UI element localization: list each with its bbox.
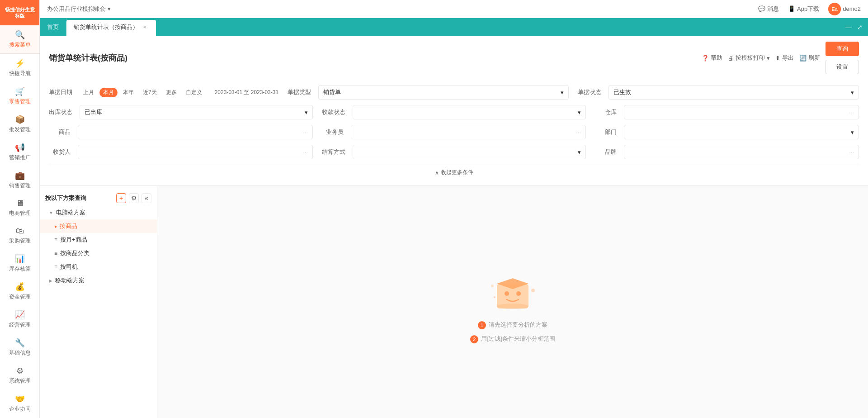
doc-status-label: 单据状态 bbox=[578, 88, 605, 96]
dept-select[interactable]: ▾ bbox=[624, 125, 859, 139]
date-pill-more[interactable]: 更多 bbox=[162, 88, 180, 97]
print-dropdown-icon: ▾ bbox=[767, 55, 770, 62]
sidebar-item-sales[interactable]: 💼 销售管理 bbox=[0, 166, 40, 194]
export-btn[interactable]: ⬆ 导出 bbox=[775, 54, 794, 62]
svg-point-6 bbox=[531, 289, 535, 292]
filter-row-4: 收货人 ··· 结算方式 ▾ 品牌 bbox=[49, 145, 859, 159]
out-status-select[interactable]: 已出库 ▾ bbox=[80, 105, 313, 119]
date-pill-last-month[interactable]: 上月 bbox=[80, 88, 98, 97]
salesperson-select[interactable]: ··· bbox=[351, 125, 586, 139]
doc-type-dropdown-icon: ▾ bbox=[561, 89, 564, 96]
sidebar-logo: 畅捷信好生意 标版 bbox=[0, 0, 40, 25]
svg-point-5 bbox=[491, 285, 494, 287]
sidebar-sales-label: 销售管理 bbox=[9, 182, 31, 190]
dropdown-icon: ▾ bbox=[108, 5, 111, 12]
tab-maximize-btn[interactable]: ⤢ bbox=[855, 22, 864, 33]
salesperson-more-icon: ··· bbox=[576, 129, 581, 136]
doc-type-select[interactable]: 销货单 ▾ bbox=[318, 85, 569, 100]
doc-status-select[interactable]: 已生效 ▾ bbox=[609, 85, 859, 100]
sidebar-item-basic[interactable]: 🔧 基础信息 bbox=[0, 333, 40, 361]
sidebar-item-enterprise[interactable]: 🤝 企业协同 bbox=[0, 390, 40, 418]
message-btn[interactable]: 💬 消息 bbox=[758, 5, 779, 13]
user-name: demo2 bbox=[843, 5, 861, 12]
collapse-bar[interactable]: ∧ 收起更多条件 bbox=[49, 165, 859, 180]
item-icon-category: ≡ bbox=[54, 250, 57, 256]
user-info[interactable]: Ea demo2 bbox=[828, 3, 861, 15]
main-area: 办公用品行业模拟账套 ▾ 💬 消息 📱 App下载 Ea demo2 首页 bbox=[40, 0, 868, 418]
hint-num-2: 2 bbox=[470, 335, 478, 343]
sidebar-item-operations[interactable]: 📈 经营管理 bbox=[0, 305, 40, 333]
receipt-status-select[interactable]: ▾ bbox=[353, 105, 586, 119]
sidebar-item-purchase[interactable]: 🛍 采购管理 bbox=[0, 222, 40, 249]
sidebar-item-retail[interactable]: 🛒 零售管理 bbox=[0, 82, 40, 110]
sidebar-item-ecommerce[interactable]: 🖥 电商管理 bbox=[0, 194, 40, 222]
sidebar-item-marketing[interactable]: 📢 营销推广 bbox=[0, 138, 40, 166]
date-pill-this-year[interactable]: 本年 bbox=[119, 88, 137, 97]
tree-section-pc-label: 电脑端方案 bbox=[56, 209, 151, 217]
app-download-btn[interactable]: 📱 App下载 bbox=[788, 5, 819, 13]
wholesale-icon: 📦 bbox=[15, 114, 25, 124]
avatar: Ea bbox=[828, 3, 841, 15]
warehouse-select[interactable]: ··· bbox=[624, 105, 859, 119]
industry-dropdown[interactable]: 办公用品行业模拟账套 ▾ bbox=[47, 5, 111, 13]
search-icon: 🔍 bbox=[15, 30, 25, 40]
sidebar-item-wholesale[interactable]: 📦 批发管理 bbox=[0, 110, 40, 138]
quick-nav-icon: ⚡ bbox=[15, 58, 25, 68]
header-right: 💬 消息 📱 App下载 Ea demo2 bbox=[758, 3, 861, 15]
settings-scheme-btn[interactable]: ⚙ bbox=[129, 193, 139, 203]
settlement-select[interactable]: ▾ bbox=[353, 145, 586, 159]
hint-num-1: 1 bbox=[478, 321, 486, 329]
add-scheme-btn[interactable]: + bbox=[116, 193, 126, 203]
tree-item-by-category[interactable]: ≡ 按商品分类 bbox=[40, 247, 157, 260]
date-pill-last-7-days[interactable]: 近7天 bbox=[139, 88, 160, 97]
help-btn[interactable]: ❓ 帮助 bbox=[702, 54, 722, 62]
collapse-label: 收起更多条件 bbox=[441, 169, 473, 176]
brand-label: 品牌 bbox=[595, 148, 620, 156]
filter-goods-item: 商品 ··· bbox=[49, 125, 313, 139]
tree-section-mobile[interactable]: ▶ 移动端方案 bbox=[40, 274, 157, 287]
refresh-btn[interactable]: 🔄 刷新 bbox=[799, 54, 820, 62]
goods-select[interactable]: ··· bbox=[78, 125, 313, 139]
sidebar-item-quick-nav[interactable]: ⚡ 快捷导航 bbox=[0, 54, 40, 82]
tree-item-by-driver[interactable]: ≡ 按司机 bbox=[40, 260, 157, 274]
tree-arrow-mobile: ▶ bbox=[49, 278, 52, 283]
tree-arrow-pc: ▼ bbox=[49, 210, 53, 215]
tab-active[interactable]: 销货单统计表（按商品） × bbox=[66, 20, 156, 36]
header-left: 办公用品行业模拟账套 ▾ bbox=[47, 5, 111, 13]
sidebar-finance-label: 资金管理 bbox=[9, 293, 31, 301]
tree-item-by-goods[interactable]: ● 按商品 bbox=[40, 219, 157, 233]
sidebar-search-label: 搜索菜单 bbox=[9, 41, 31, 49]
collapse-panel-btn[interactable]: « bbox=[142, 193, 151, 203]
brand-select[interactable]: ··· bbox=[624, 145, 859, 159]
sidebar-item-finance[interactable]: 💰 资金管理 bbox=[0, 277, 40, 305]
tab-home[interactable]: 首页 bbox=[40, 18, 66, 36]
tree-item-by-month-goods[interactable]: ≡ 按月+商品 bbox=[40, 233, 157, 247]
tab-close-icon[interactable]: × bbox=[141, 24, 148, 31]
settings-button[interactable]: 设置 bbox=[826, 60, 859, 74]
inventory-icon: 📊 bbox=[15, 254, 25, 264]
hint-text-1: 请先选择要分析的方案 bbox=[489, 321, 547, 329]
content-area: 销货单统计表(按商品) ❓ 帮助 🖨 按模板打印 ▾ ⬆ 导出 🔄 刷新 bbox=[40, 36, 868, 418]
tree-section-mobile-label: 移动端方案 bbox=[55, 276, 151, 285]
tree-section-pc[interactable]: ▼ 电脑端方案 bbox=[40, 206, 157, 219]
receipt-status-label: 收款状态 bbox=[322, 108, 349, 116]
split-layout: 按以下方案查询 + ⚙ « ▼ 电脑端方案 ● 按商品 bbox=[40, 186, 868, 418]
message-icon: 💬 bbox=[758, 5, 765, 12]
tab-minimize-btn[interactable]: — bbox=[844, 22, 854, 33]
print-btn[interactable]: 🖨 按模板打印 ▾ bbox=[728, 54, 770, 62]
retail-icon: 🛒 bbox=[15, 86, 25, 96]
query-button[interactable]: 查询 bbox=[826, 42, 859, 56]
item-icon-driver: ≡ bbox=[54, 264, 57, 270]
receiver-select[interactable]: ··· bbox=[78, 145, 313, 159]
sidebar-item-inventory[interactable]: 📊 库存核算 bbox=[0, 249, 40, 277]
purchase-icon: 🛍 bbox=[16, 226, 24, 236]
date-pill-this-month[interactable]: 本月 bbox=[99, 88, 118, 97]
doc-status-value: 已生效 bbox=[613, 88, 631, 96]
warehouse-more-icon: ··· bbox=[849, 109, 854, 116]
tree-item-by-goods-label: 按商品 bbox=[60, 222, 151, 230]
date-pill-custom[interactable]: 自定义 bbox=[182, 88, 206, 97]
filter-row-3: 商品 ··· 业务员 ··· 部门 bbox=[49, 125, 859, 139]
doc-type-value: 销货单 bbox=[323, 88, 341, 96]
sidebar-item-search[interactable]: 🔍 搜索菜单 bbox=[0, 25, 40, 54]
sidebar-item-system[interactable]: ⚙ 系统管理 bbox=[0, 361, 40, 390]
